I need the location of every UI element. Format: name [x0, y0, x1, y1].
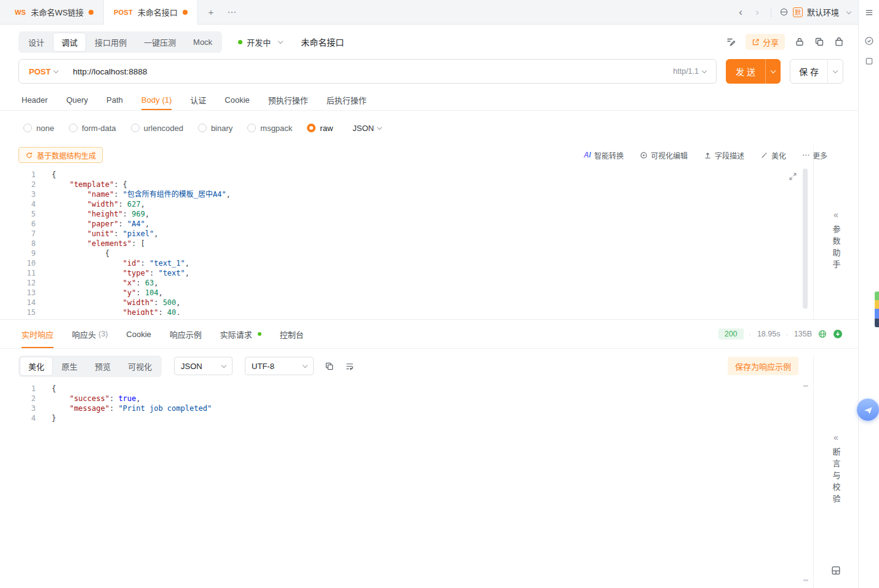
- eye-icon: [640, 151, 648, 159]
- response-body-editor[interactable]: 1234 { "success": true, "message": "Prin…: [0, 381, 813, 588]
- radio-icon: [69, 124, 78, 132]
- send-options-button[interactable]: [766, 59, 781, 84]
- tab-actual-request[interactable]: 实际请求: [220, 320, 261, 348]
- tab-ws-request[interactable]: WS 未命名WS链接: [5, 0, 103, 25]
- mode-mock[interactable]: Mock: [185, 34, 221, 50]
- tab-query[interactable]: Query: [66, 90, 88, 110]
- menu-icon[interactable]: [864, 8, 873, 17]
- expand-editor-icon[interactable]: [789, 172, 797, 181]
- chevron-down-icon: [771, 68, 776, 73]
- mode-debug[interactable]: 调试: [53, 33, 86, 52]
- activity-widget[interactable]: [875, 292, 879, 327]
- view-beautify[interactable]: 美化: [20, 357, 53, 376]
- response-encoding-selector[interactable]: UTF-8: [245, 357, 314, 375]
- save-as-example-button[interactable]: 保存为响应示例: [728, 357, 798, 375]
- archive-icon[interactable]: [834, 37, 844, 47]
- panel-window-icon[interactable]: [864, 57, 873, 66]
- tab-body[interactable]: Body(1): [141, 90, 172, 110]
- status-circle-icon[interactable]: [864, 36, 874, 46]
- body-type-raw[interactable]: raw: [307, 124, 333, 133]
- environment-selector[interactable]: 默 默认环境: [779, 6, 851, 18]
- response-toolbar: 美化 原生 预览 可视化 JSON UTF-8 保存为响应示例: [0, 356, 858, 376]
- ai-convert-button[interactable]: AI 智能转换: [584, 150, 624, 161]
- tab-post-script[interactable]: 后执行操作: [327, 90, 367, 110]
- share-label: 分享: [763, 36, 779, 48]
- raw-format-selector[interactable]: JSON: [352, 124, 381, 133]
- response-time: 18.95s: [757, 330, 781, 338]
- tab-header[interactable]: Header: [22, 90, 48, 110]
- body-type-binary[interactable]: binary: [198, 124, 233, 133]
- response-format-selector[interactable]: JSON: [174, 357, 233, 375]
- method-label: POST: [29, 67, 50, 76]
- scrollbar-mark: [803, 385, 808, 387]
- assistant-float-button[interactable]: [857, 399, 879, 421]
- tab-console[interactable]: 控制台: [280, 320, 304, 348]
- dot-separator: ·: [749, 330, 752, 339]
- generate-from-schema-button[interactable]: 基于数据结构生成: [18, 147, 103, 163]
- view-preview[interactable]: 预览: [86, 357, 119, 376]
- http-version-selector[interactable]: http/1.1: [673, 67, 716, 76]
- field-description-button[interactable]: 字段描述: [704, 150, 744, 161]
- view-raw[interactable]: 原生: [53, 357, 86, 376]
- editor-scrollbar[interactable]: [803, 169, 808, 314]
- tab-response-headers[interactable]: 响应头(3): [72, 320, 108, 348]
- body-type-none[interactable]: none: [23, 124, 54, 133]
- tab-path[interactable]: Path: [106, 90, 123, 110]
- mode-stress-test[interactable]: 一键压测: [135, 33, 185, 52]
- beautify-button[interactable]: 美化: [760, 150, 786, 161]
- save-options-button[interactable]: [828, 60, 843, 83]
- new-tab-button[interactable]: +: [203, 4, 219, 20]
- layout-toggle-icon[interactable]: [831, 565, 841, 576]
- visual-edit-button[interactable]: 可视化编辑: [640, 150, 688, 161]
- headers-count-badge: (3): [98, 330, 108, 338]
- clone-icon[interactable]: [814, 37, 824, 47]
- params-helper-title: 参数助手: [830, 225, 842, 272]
- tab-list-button[interactable]: ⋯: [224, 4, 240, 20]
- history-forward-icon[interactable]: ›: [752, 6, 763, 18]
- dot-separator: ·: [786, 330, 788, 339]
- send-button[interactable]: 发 送: [726, 59, 781, 84]
- body-type-msgpack[interactable]: msgpack: [247, 124, 292, 133]
- response-size: 135B: [794, 330, 812, 338]
- http-version-label: http/1.1: [673, 67, 699, 76]
- mode-tabs: 设计 调试 接口用例 一键压测 Mock: [18, 31, 222, 53]
- scrollbar-thumb[interactable]: [803, 169, 808, 309]
- chevron-down-icon: [278, 39, 283, 44]
- api-status-selector[interactable]: 开发中: [238, 36, 282, 48]
- network-globe-icon[interactable]: [817, 329, 827, 339]
- tab-realtime-response[interactable]: 实时响应: [22, 320, 54, 348]
- tab-cookie[interactable]: Cookie: [225, 90, 249, 110]
- chevron-down-icon: [702, 68, 707, 73]
- method-selector[interactable]: POST: [19, 67, 64, 76]
- mode-cases[interactable]: 接口用例: [86, 33, 135, 52]
- word-wrap-icon[interactable]: [345, 362, 354, 371]
- body-type-form-data[interactable]: form-data: [69, 124, 116, 133]
- environment-icon: [779, 7, 789, 17]
- share-button[interactable]: 分享: [746, 34, 785, 50]
- mode-design[interactable]: 设计: [20, 33, 53, 52]
- window-tab-bar: WS 未命名WS链接 POST 未命名接口 + ⋯ ‹ › 默 默认环境: [0, 0, 858, 25]
- tab-pre-script[interactable]: 预执行操作: [268, 90, 308, 110]
- tab-title: 未命名接口: [138, 6, 178, 18]
- save-button[interactable]: 保 存: [790, 59, 843, 84]
- view-visualize[interactable]: 可视化: [119, 357, 161, 376]
- lock-icon[interactable]: [795, 37, 805, 47]
- download-response-icon[interactable]: [833, 329, 843, 339]
- tab-response-cookie[interactable]: Cookie: [126, 320, 151, 348]
- tab-post-request[interactable]: POST 未命名接口: [103, 0, 198, 25]
- params-helper-panel[interactable]: « 参数助手: [813, 145, 858, 319]
- request-body-editor[interactable]: 123456789101112131415 { "template": { "n…: [0, 167, 813, 315]
- assertions-panel[interactable]: « 断言与校验: [813, 356, 858, 588]
- copy-response-icon[interactable]: [325, 362, 334, 371]
- radio-icon: [198, 124, 207, 132]
- refresh-icon: [25, 151, 33, 159]
- body-type-row: none form-data urlencoded binary msgpack…: [0, 118, 858, 138]
- body-count-badge: (1): [162, 95, 172, 105]
- body-type-urlencoded[interactable]: urlencoded: [131, 124, 183, 133]
- history-back-icon[interactable]: ‹: [735, 6, 746, 18]
- tab-response-example[interactable]: 响应示例: [170, 320, 202, 348]
- edit-doc-icon[interactable]: [726, 37, 736, 47]
- url-input[interactable]: http://localhost:8888: [73, 67, 147, 76]
- tab-auth[interactable]: 认证: [190, 90, 206, 110]
- environment-badge: 默: [793, 7, 803, 17]
